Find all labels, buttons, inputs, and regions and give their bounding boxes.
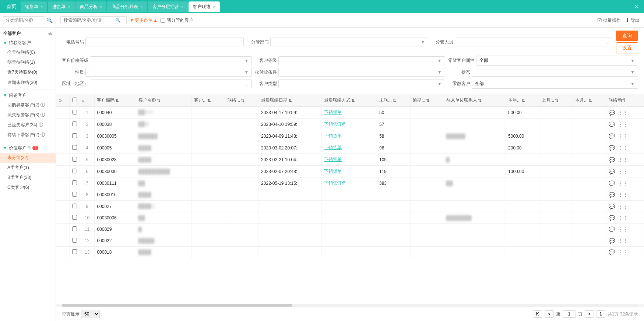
row-checkbox[interactable] (72, 238, 77, 243)
message-icon[interactable]: 💬 (609, 145, 615, 151)
next-page-button[interactable]: > (585, 310, 594, 318)
th-overdue[interactable]: 逾期...⇅ (411, 94, 444, 107)
phone-input[interactable] (85, 38, 244, 46)
message-icon[interactable]: 💬 (609, 238, 615, 244)
nav-home[interactable]: 首页 (3, 3, 20, 10)
close-analysis-tab[interactable]: × (100, 4, 102, 9)
zero-customer-select[interactable]: 全部 ▼ (472, 79, 638, 89)
zero-attr-select[interactable]: 全部 ▼ (476, 56, 638, 66)
row-checkbox[interactable] (72, 249, 77, 254)
cell-last-contact-method[interactable]: 下销货单 (322, 166, 377, 177)
cell-last-contact-method[interactable] (322, 189, 377, 201)
row-checkbox[interactable] (72, 192, 77, 197)
th-contact[interactable]: 联络...⇅ (225, 94, 259, 107)
close-crm-tab[interactable]: × (181, 4, 183, 9)
scrollbar-thumb[interactable] (62, 304, 292, 307)
page-size-select[interactable]: 50 20 100 (81, 310, 100, 318)
th-type[interactable]: 客户...⇅ (192, 94, 225, 107)
price-level-select[interactable]: ▼ (90, 56, 252, 65)
gender-select[interactable]: ▼ (85, 68, 252, 77)
grid-icon[interactable]: ⋮⋮ (618, 180, 628, 186)
cell-last-contact-method[interactable]: 下销售订单 (322, 119, 377, 130)
cell-last-contact-method[interactable]: 下销售订单 (322, 177, 377, 189)
sidebar-item-overdue[interactable]: 逾期未联络(30) (0, 78, 56, 88)
cell-last-contact-method[interactable] (322, 201, 377, 212)
sidebar-item-churn-warning[interactable]: 流失预警客户(3) ⓘ (0, 110, 56, 120)
page-number-input[interactable] (563, 310, 576, 318)
cell-last-contact-method[interactable]: 下销货单 (322, 107, 377, 119)
row-checkbox[interactable] (72, 180, 77, 185)
close-contact-tab[interactable]: × (213, 4, 215, 9)
row-checkbox[interactable] (72, 226, 77, 231)
select-all-checkbox[interactable] (72, 98, 77, 102)
cell-last-contact-method[interactable] (322, 212, 377, 224)
message-icon[interactable]: 💬 (609, 192, 615, 198)
message-icon[interactable]: 💬 (609, 169, 615, 174)
row-checkbox[interactable] (72, 110, 77, 114)
message-icon[interactable]: 💬 (609, 133, 615, 139)
sidebar-item-c-class[interactable]: C类客户(6) (0, 183, 56, 193)
nav-tab-purchase[interactable]: 进货单 × (48, 1, 74, 12)
query-button[interactable]: 查询 (616, 31, 638, 41)
row-checkbox[interactable] (72, 204, 77, 208)
grid-icon[interactable]: ⋮⋮ (618, 249, 628, 255)
sidebar-item-churned[interactable]: 已流失客户(24) ⓘ (0, 120, 56, 130)
export-button[interactable]: ⬇ 导出 (625, 17, 640, 24)
sidebar-item-7days[interactable]: 近7天待联络(0) (0, 67, 56, 77)
batch-ops-button[interactable]: ☑ 批量操作 (597, 17, 621, 24)
sidebar-item-abnormal[interactable]: 回购异常客户(2) ⓘ (0, 100, 56, 110)
sidebar-item-tomorrow[interactable]: 明天待联络(1) (0, 57, 56, 67)
grid-icon[interactable]: ⋮⋮ (618, 226, 628, 232)
filter-search-icon[interactable]: 🔍 (115, 18, 121, 23)
grid-icon[interactable]: ⋮⋮ (618, 204, 628, 209)
grid-icon[interactable]: ⋮⋮ (618, 133, 628, 139)
sidebar-search-icon[interactable]: 🔍 (46, 17, 53, 23)
grid-icon[interactable]: ⋮⋮ (618, 215, 628, 221)
sidebar-collapse-icon[interactable]: ≪ (48, 31, 53, 36)
sidebar-item-a-class[interactable]: A类客户(1) (0, 163, 56, 173)
message-icon[interactable]: 💬 (609, 157, 615, 163)
grid-icon[interactable]: ⋮⋮ (618, 157, 628, 163)
grid-icon[interactable]: ⋮⋮ (618, 192, 628, 198)
sidebar-item-declining[interactable]: 持续下滑客户(2) ⓘ (0, 130, 56, 140)
close-sales-tab[interactable]: × (41, 4, 43, 9)
refresh-icon[interactable]: ↻ (28, 145, 32, 151)
filter-search-input[interactable] (64, 18, 115, 23)
sidebar-group-problem[interactable]: ▼ 问题客户 (0, 91, 56, 100)
grid-icon[interactable]: ⋮⋮ (618, 238, 628, 244)
th-this-month[interactable]: 本月...⇅ (573, 94, 606, 107)
th-last-contact-date[interactable]: 最后联络日期⇅ (259, 94, 322, 107)
window-close-button[interactable]: × (632, 3, 641, 10)
cell-last-contact-method[interactable] (322, 224, 377, 235)
filter-more-conditions[interactable]: ▼ 更多条件 ▲ (130, 17, 158, 24)
th-last-contact-method[interactable]: 最后联络方式⇅ (322, 94, 377, 107)
message-icon[interactable]: 💬 (609, 215, 615, 221)
message-icon[interactable]: 💬 (609, 180, 615, 186)
nav-tab-crm[interactable]: 客户分层经营 × (148, 1, 188, 12)
cell-last-contact-method[interactable]: 下销货单 (322, 130, 377, 142)
my-customers-checkbox[interactable] (161, 18, 165, 23)
cell-last-contact-method[interactable] (322, 235, 377, 247)
row-checkbox[interactable] (72, 157, 77, 162)
grid-icon[interactable]: ⋮⋮ (618, 145, 628, 151)
sidebar-item-today[interactable]: 今天待联络(0) (0, 47, 56, 57)
nav-tab-sales[interactable]: 销售单 × (21, 1, 47, 12)
row-checkbox[interactable] (72, 121, 77, 126)
cell-last-contact-method[interactable] (322, 247, 377, 258)
th-no-contact[interactable]: 未联...⇅ (377, 94, 411, 107)
sidebar-search-input[interactable] (3, 16, 45, 24)
th-name[interactable]: 客户名称⇅ (136, 94, 191, 107)
message-icon[interactable]: 💬 (609, 204, 615, 209)
th-settings[interactable]: ⚙ (56, 94, 69, 107)
nav-tab-analysis-list[interactable]: 商品分析列表 × (107, 1, 147, 12)
message-icon[interactable]: 💬 (609, 110, 615, 116)
horizontal-scrollbar[interactable] (62, 304, 638, 307)
message-icon[interactable]: 💬 (609, 121, 615, 127)
row-checkbox[interactable] (72, 133, 77, 138)
th-unit-contact[interactable]: 往来单位联系人⇅ (444, 94, 506, 107)
sidebar-item-b-class[interactable]: B类客户(33) (0, 173, 56, 183)
close-purchase-tab[interactable]: × (68, 4, 70, 9)
th-code[interactable]: 客户编码⇅ (95, 94, 136, 107)
close-analysis-list-tab[interactable]: × (140, 4, 142, 9)
last-page-button[interactable]: 1 (596, 310, 605, 318)
